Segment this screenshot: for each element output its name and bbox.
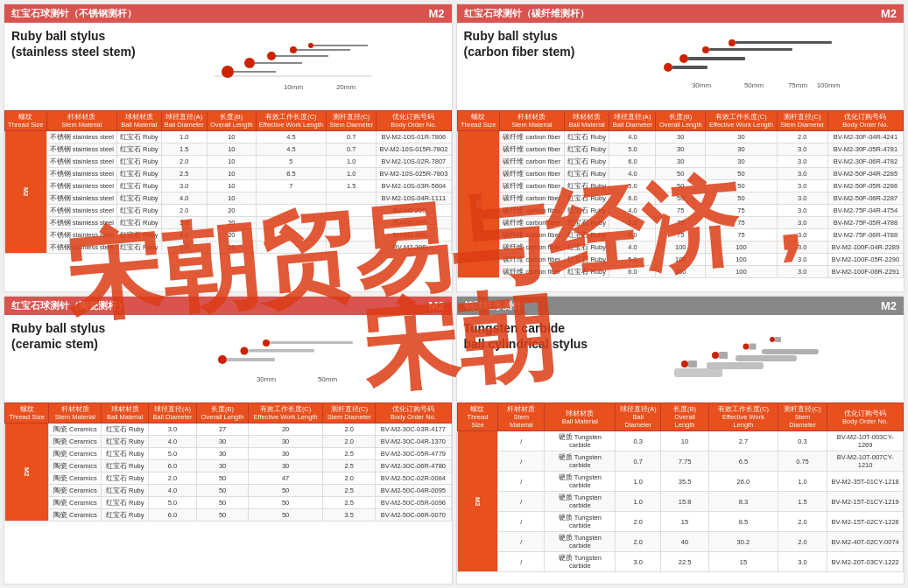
col-ball-mat: 球材材质Ball Material <box>116 111 161 131</box>
col-thread: 螺纹Thread Size <box>457 111 499 131</box>
col-ball-dia: 球径直径(A)Ball Diameter <box>161 111 207 131</box>
table-row: 碳纤维 carbon fiber 红宝石 Ruby 5.0 30 30 3.0 … <box>457 144 904 156</box>
svg-point-1 <box>222 66 234 78</box>
data-table-carbon: 螺纹Thread Size 杆材材质Stem Material 球材材质Ball… <box>457 110 904 278</box>
table-row: / 硬质 Tungsten carbide 1.0 15.8 8.3 1.5 B… <box>457 492 904 512</box>
svg-point-23 <box>729 39 736 46</box>
table-row: 碳纤维 carbon fiber 红宝石 Ruby 5.0 50 50 3.0 … <box>457 180 904 192</box>
data-table-ceramic: 螺纹Thread Size 杆材材质Stem Material 球材材质Ball… <box>4 402 452 522</box>
panel-header-tungsten: 钨球柱形测针 M2 <box>457 297 904 315</box>
product-title-carbon: Ruby ball stylus (carbon fiber stem) <box>464 28 587 60</box>
svg-point-39 <box>770 337 775 342</box>
table-wrapper-ceramic: 螺纹Thread Size 杆材材质Stem Material 球材材质Ball… <box>4 402 452 584</box>
thread-cell-ceramic: M2 <box>5 424 49 522</box>
table-row: 碳纤维 carbon fiber 红宝石 Ruby 5.0 100 100 3.… <box>457 254 904 266</box>
col-length: 长度(B)Overall Length <box>661 403 709 431</box>
col-stem-mat: 杆材材质Stem Material <box>498 403 545 431</box>
table-row: 碳纤维 carbon fiber 红宝石 Ruby 4.0 100 100 3.… <box>457 242 904 254</box>
panel-body-tungsten: Tungsten carbide ball cylindrical stylus <box>457 315 904 584</box>
col-length: 长度(B)Overall Length <box>207 111 256 131</box>
col-stem-dia: 测杆直径(C)Stem Diameter <box>777 111 827 131</box>
svg-text:30mm: 30mm <box>692 81 712 89</box>
table-row: 陶瓷 Ceramics 红宝石 Ruby 5.0 30 30 2.5 BV-M2… <box>5 448 452 460</box>
thread-cell: M2 <box>5 131 47 254</box>
panel-title-stainless: 红宝石球测针（不锈钢测杆） <box>11 7 137 20</box>
product-section-carbon: Ruby ball stylus (carbon fiber stem) 30m… <box>457 23 904 110</box>
diagram-svg-carbon: 30mm 50mm 75mm 100mm <box>649 28 841 94</box>
table-row: 不锈钢 stainless steel 红宝石 Ruby 4.0 10 BV-M… <box>5 192 452 205</box>
col-thread: 螺纹Thread Size <box>457 403 498 431</box>
diagram-svg-stainless: 10mm 20mm <box>206 28 381 94</box>
svg-rect-18 <box>672 66 707 69</box>
table-row: 不锈钢 stainless steel 红宝石 Ruby 3.0 10 7 1.… <box>5 180 452 192</box>
table-row: 陶瓷 Ceramics 红宝石 Ruby 2.0 50 47 2.0 BV-M2… <box>5 472 452 485</box>
product-diagram-tungsten <box>595 320 897 386</box>
table-row: 不锈钢 stainless steel 红宝石 Ruby 3.0 20 BV-M… <box>5 217 452 229</box>
col-stem-dia: 测杆直径(C)Stem Diameter <box>323 403 376 424</box>
svg-rect-38 <box>749 344 756 350</box>
panel-title-ceramic: 红宝石球测针（陶瓷测杆） <box>11 299 127 312</box>
panel-header-stainless: 红宝石球测针（不锈钢测杆） M2 <box>4 4 452 23</box>
col-stem-mat: 杆材材质Stem Material <box>46 111 116 131</box>
product-diagram-carbon: 30mm 50mm 75mm 100mm <box>594 28 897 94</box>
thread-cell-carbon: M2 <box>457 131 499 278</box>
col-ball-mat: 球材材质Ball Material <box>545 403 616 431</box>
panel-stainless: 红宝石球测针（不锈钢测杆） M2 Ruby ball stylus (stain… <box>4 4 453 292</box>
col-ball-dia: 球径直径(A)Ball Diameter <box>609 111 656 131</box>
col-order: 优化订购号码Body Order No. <box>376 403 451 424</box>
panel-ceramic: 红宝石球测针（陶瓷测杆） M2 Ruby ball stylus (cerami… <box>4 296 453 584</box>
svg-rect-22 <box>709 48 792 51</box>
svg-rect-43 <box>736 355 797 361</box>
svg-rect-36 <box>719 352 728 359</box>
table-row: M2 不锈钢 stainless steel 红宝石 Ruby 1.0 10 4… <box>5 131 452 144</box>
panel-badge-tungsten: M2 <box>881 299 897 312</box>
table-row: M2 / 硬质 Tungsten carbide 0.3 10 2.7 0.3 … <box>457 431 904 452</box>
col-order: 优化订购号码Body Order No. <box>827 403 904 431</box>
col-stem-dia: 测杆直径(C)Stem Diameter <box>327 111 377 131</box>
panel-header-ceramic: 红宝石球测针（陶瓷测杆） M2 <box>4 297 452 315</box>
panel-body-stainless: Ruby ball stylus (stainless steel stem) <box>4 23 452 291</box>
product-title-stainless: Ruby ball stylus (stainless steel stem) <box>11 28 136 60</box>
table-row: 陶瓷 Ceramics 红宝石 Ruby 6.0 30 30 2.5 BV-M2… <box>5 460 452 472</box>
svg-point-5 <box>267 52 276 60</box>
table-row: M2 陶瓷 Ceramics 红宝石 Ruby 3.0 27 20 2.0 BV… <box>5 424 452 436</box>
table-row: / 硬质 Tungsten carbide 2.0 15 8.5 2.0 BV-… <box>457 512 904 532</box>
product-section-tungsten: Tungsten carbide ball cylindrical stylus <box>457 315 904 402</box>
svg-rect-44 <box>762 349 819 354</box>
table-row: 不锈钢 stainless steel 红宝石 Ruby 2.5 10 6.5 … <box>5 168 452 180</box>
svg-rect-32 <box>270 341 353 344</box>
table-row: 陶瓷 Ceramics 红宝石 Ruby 4.0 50 50 2.5 BV-M2… <box>5 485 452 497</box>
product-title-ceramic: Ruby ball stylus (ceramic stem) <box>11 320 134 352</box>
table-wrapper-tungsten: 螺纹Thread Size 杆材材质Stem Material 球材材质Ball… <box>457 402 904 584</box>
table-row: 不锈钢 stainless steel 红宝石 Ruby 2.0 10 5 1.… <box>5 156 452 168</box>
table-row: 不锈钢 stainless steel 红宝石 Ruby 2.0 20 BV-M… <box>5 205 452 217</box>
col-stem-mat: 杆材材质Stem Material <box>49 403 102 424</box>
col-thread: 螺纹Thread Size <box>5 111 47 131</box>
svg-point-9 <box>308 43 313 48</box>
thread-cell-tungsten: M2 <box>457 431 498 572</box>
table-row: M2 碳纤维 carbon fiber 红宝石 Ruby 4.0 30 30 2… <box>457 131 904 144</box>
svg-point-37 <box>743 344 749 350</box>
svg-rect-40 <box>775 337 781 342</box>
svg-rect-24 <box>736 41 832 44</box>
table-wrapper-stainless: 螺纹Thread Size 杆材材质Stem Material 球材材质Ball… <box>4 110 452 291</box>
col-eff-length: 有效工作长度(C)Effective Work Length <box>249 403 323 424</box>
svg-rect-30 <box>249 349 314 353</box>
table-row: 碳纤维 carbon fiber 红宝石 Ruby 4.0 75 75 3.0 … <box>457 205 904 217</box>
panel-badge-stainless: M2 <box>428 7 444 20</box>
table-row: / 硬质 Tungsten carbide 2.0 40 30.2 2.0 BV… <box>457 532 904 552</box>
svg-rect-34 <box>688 360 697 368</box>
panel-badge-ceramic: M2 <box>428 299 444 312</box>
table-row: 碳纤维 carbon fiber 红宝石 Ruby 6.0 100 100 3.… <box>457 266 904 278</box>
col-eff-length: 有效工作长度(C)Effective Work Length <box>256 111 326 131</box>
data-table-stainless: 螺纹Thread Size 杆材材质Stem Material 球材材质Ball… <box>4 110 452 254</box>
table-wrapper-carbon: 螺纹Thread Size 杆材材质Stem Material 球材材质Ball… <box>457 110 904 291</box>
col-eff-length: 有效工作长度(C)Effective Work Length <box>709 403 778 431</box>
svg-text:10mm: 10mm <box>284 83 304 91</box>
svg-point-27 <box>218 355 227 364</box>
svg-rect-20 <box>688 57 745 60</box>
svg-rect-41 <box>674 368 722 377</box>
table-row: 碳纤维 carbon fiber 红宝石 Ruby 6.0 50 50 3.0 … <box>457 192 904 205</box>
panel-header-carbon: 红宝石球测针（碳纤维测杆） M2 <box>457 4 904 23</box>
product-diagram-ceramic: 30mm 50mm <box>141 320 445 386</box>
